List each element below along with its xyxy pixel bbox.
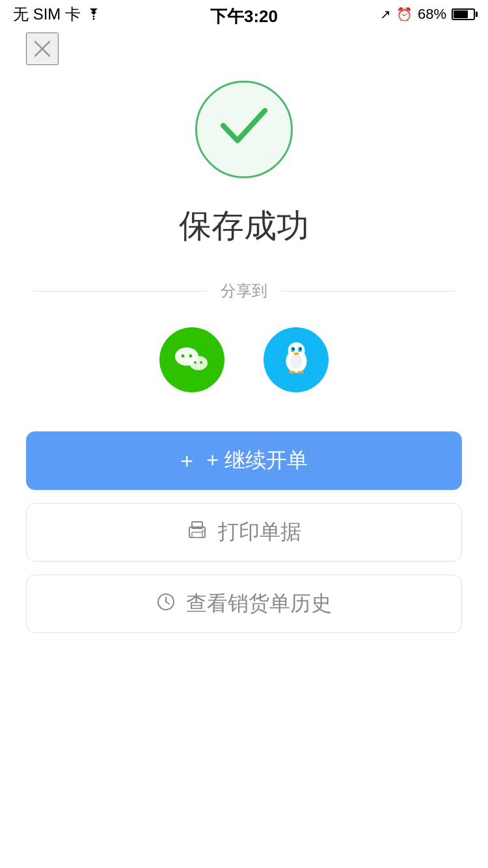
status-bar: 无 SIM 卡 下午3:20 ↗ ⏰ 68%	[0, 0, 488, 29]
divider-line-right	[280, 291, 455, 292]
buttons-section: + + 继续开单 打印单据	[0, 431, 488, 633]
wechat-icon	[172, 344, 211, 376]
continue-button[interactable]: + + 继续开单	[26, 431, 462, 490]
main-content: 保存成功 分享到	[0, 29, 488, 633]
svg-point-17	[289, 371, 295, 373]
checkmark-icon	[218, 103, 270, 157]
svg-point-6	[189, 355, 193, 358]
divider-line-left	[33, 291, 208, 292]
battery-percent: 68%	[418, 6, 446, 23]
plus-icon: +	[180, 448, 193, 474]
share-wechat-button[interactable]	[159, 327, 224, 392]
alarm-icon: ⏰	[396, 7, 413, 22]
qq-icon	[278, 340, 314, 379]
success-title: 保存成功	[179, 204, 309, 248]
print-icon	[187, 521, 208, 545]
close-button[interactable]	[26, 33, 59, 65]
history-label: 查看销货单历史	[186, 590, 332, 618]
svg-point-18	[297, 371, 304, 373]
share-row	[159, 327, 329, 392]
battery-icon	[452, 8, 475, 20]
share-qq-button[interactable]	[264, 327, 329, 392]
svg-line-25	[166, 602, 169, 604]
svg-point-13	[292, 348, 294, 350]
status-right: ↗ ⏰ 68%	[380, 6, 475, 23]
print-label: 打印单据	[218, 518, 301, 547]
svg-point-7	[194, 361, 197, 364]
continue-label: + 继续开单	[206, 446, 308, 475]
svg-point-0	[93, 18, 95, 20]
status-carrier: 无 SIM 卡	[13, 4, 102, 25]
location-icon: ↗	[380, 7, 391, 22]
history-icon	[156, 592, 176, 616]
svg-rect-21	[192, 532, 202, 537]
svg-point-5	[182, 355, 185, 358]
success-circle	[195, 81, 293, 178]
history-button[interactable]: 查看销货单历史	[26, 575, 462, 633]
svg-point-16	[290, 355, 302, 369]
svg-point-8	[200, 361, 202, 364]
svg-point-14	[299, 348, 301, 350]
print-button[interactable]: 打印单据	[26, 503, 462, 562]
svg-point-4	[189, 356, 208, 370]
share-label: 分享到	[208, 280, 280, 301]
svg-point-22	[202, 530, 204, 532]
wifi-icon	[86, 8, 102, 20]
status-time: 下午3:20	[210, 5, 278, 28]
share-divider: 分享到	[0, 280, 488, 301]
close-icon	[33, 39, 52, 59]
